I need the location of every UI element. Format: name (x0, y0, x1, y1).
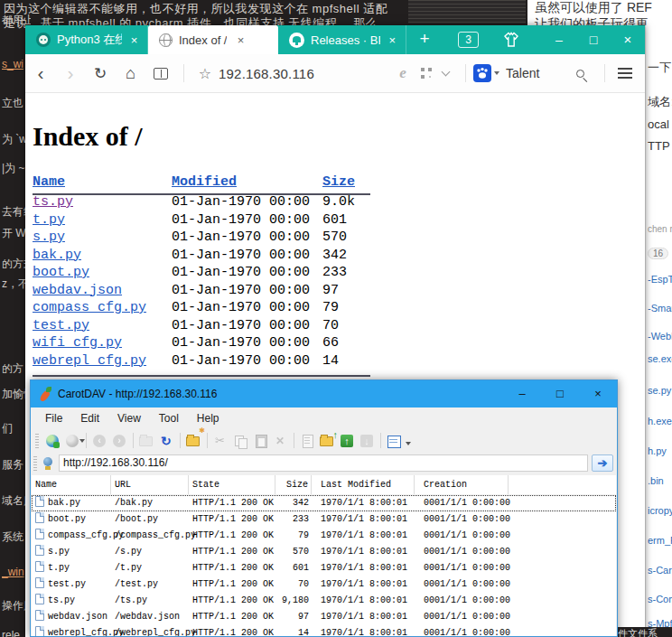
back-button[interactable]: ‹ (25, 62, 56, 84)
file-link[interactable]: t.py (33, 212, 65, 228)
download-icon[interactable] (359, 433, 376, 449)
maximize-button[interactable]: □ (541, 380, 579, 407)
cut-icon[interactable] (212, 433, 229, 449)
upload-folder-icon[interactable] (319, 433, 336, 449)
file-row[interactable]: s.py /s.py HTTP/1.1 200 OK 570 1970/1/1 … (32, 544, 616, 560)
column-header-creation[interactable]: Creation (415, 475, 509, 494)
release-asset-link[interactable]: -WebD (648, 331, 672, 342)
forward-icon[interactable] (111, 433, 128, 449)
delete-icon[interactable] (272, 433, 289, 449)
back-icon[interactable] (91, 433, 108, 449)
menu-help[interactable]: Help (188, 409, 229, 427)
file-link[interactable]: ts.py (33, 194, 73, 210)
file-link[interactable]: compass_cfg.py (33, 300, 146, 315)
view-options-dropdown-icon[interactable] (406, 442, 411, 445)
sort-by-name-link[interactable]: Name (33, 174, 65, 190)
tab-python3-online[interactable]: Python3 在线工 × (25, 25, 148, 54)
column-header-url[interactable]: URL (111, 475, 189, 494)
upload-icon[interactable] (339, 433, 356, 449)
close-button[interactable]: × (611, 25, 645, 54)
column-header-last-modified[interactable]: Last Modified (312, 475, 415, 494)
file-link[interactable]: boot.py (33, 265, 89, 280)
address-input[interactable]: http://192.168.30.116/ (59, 454, 588, 472)
ie-compat-icon[interactable]: e (392, 64, 414, 82)
file-row[interactable]: ts.py /ts.py HTTP/1.1 200 OK 9,180 1970/… (32, 593, 616, 609)
file-link[interactable]: webdav.json (33, 283, 122, 298)
connect-icon[interactable] (44, 433, 61, 449)
tab-count-badge[interactable]: 3 (458, 32, 479, 48)
search-icon[interactable] (576, 70, 584, 78)
column-header-name[interactable]: Name (32, 475, 111, 494)
menu-hamburger-icon[interactable] (618, 72, 632, 74)
page-text-fragment: 一下 (648, 60, 671, 76)
release-asset-link[interactable]: h.exe (648, 416, 672, 426)
file-link[interactable]: webrepl_cfg.py (33, 353, 146, 369)
release-asset-link[interactable]: -EspTo (648, 274, 672, 285)
file-row[interactable]: bak.py /bak.py HTTP/1.1 200 OK 342 1970/… (32, 495, 616, 511)
file-row[interactable]: compass_cfg.py /compass_cfg.py HTTP/1.1 … (32, 528, 616, 544)
up-folder-icon[interactable] (138, 433, 155, 449)
file-row[interactable]: webrepl_cfg.py /webrepl_cfg.py HTTP/1.1 … (32, 625, 616, 636)
tab-close-icon[interactable]: × (233, 33, 247, 47)
file-creation: 0001/1/1 0:00:00 (415, 511, 509, 528)
release-asset-link[interactable]: s-Com (648, 594, 672, 604)
release-asset-link[interactable]: erm_Pe (648, 535, 672, 546)
release-asset-link[interactable]: se.exe (648, 353, 672, 364)
maximize-button[interactable]: □ (576, 25, 611, 54)
forward-button[interactable]: › (56, 62, 85, 84)
release-asset-link[interactable]: icropy (648, 505, 672, 516)
page-text-fragment: TTP (648, 139, 670, 153)
sort-by-size-link[interactable]: Size (322, 174, 355, 190)
column-header-size[interactable]: Size (275, 475, 312, 494)
release-asset-link[interactable]: h.py (648, 445, 667, 456)
tab-releases-bpi[interactable]: Releases · BPI- × (278, 25, 406, 54)
reload-button[interactable]: ↻ (85, 64, 116, 83)
search-engine-dropdown-icon[interactable] (494, 71, 499, 75)
menu-view[interactable]: View (108, 409, 150, 427)
properties-icon[interactable] (299, 433, 316, 449)
release-asset-link[interactable]: se.py (648, 385, 671, 396)
tab-index-of[interactable]: Index of / × (148, 25, 278, 54)
file-row[interactable]: t.py /t.py HTTP/1.1 200 OK 601 1970/1/1 … (32, 560, 616, 576)
copy-icon[interactable] (232, 433, 249, 449)
minimize-button[interactable]: – (542, 25, 576, 54)
connections-dropdown-icon[interactable] (64, 433, 81, 449)
file-row[interactable]: boot.py /boot.py HTTP/1.1 200 OK 233 197… (32, 511, 616, 528)
release-asset-link[interactable]: -Smart (648, 303, 672, 314)
file-link[interactable]: test.py (33, 318, 89, 333)
column-header-state[interactable]: State (189, 475, 275, 494)
qr-code-icon[interactable] (421, 68, 432, 79)
theme-shirt-icon[interactable] (502, 32, 520, 48)
new-folder-icon[interactable] (185, 433, 202, 449)
menu-file[interactable]: File (36, 409, 71, 427)
carotdav-title-bar[interactable]: CarotDAV - http://192.168.30.116 – □ × (31, 380, 617, 407)
chevron-down-icon[interactable] (442, 68, 451, 77)
menu-edit[interactable]: Edit (71, 409, 108, 427)
paste-icon[interactable] (252, 433, 269, 449)
release-asset-link[interactable]: .bin (648, 475, 664, 486)
file-link[interactable]: wifi_cfg.py (33, 335, 122, 351)
search-engine-paw-icon[interactable] (473, 64, 491, 82)
menu-tool[interactable]: Tool (150, 409, 188, 427)
reading-mode-icon[interactable] (154, 68, 168, 80)
minimize-button[interactable]: – (503, 380, 541, 407)
view-options-icon[interactable] (386, 433, 403, 449)
home-button[interactable]: ⌂ (116, 64, 145, 83)
release-asset-link[interactable]: s-Caro (648, 565, 672, 576)
sort-by-modified-link[interactable]: Modified (172, 174, 237, 190)
tab-close-icon[interactable]: × (128, 33, 140, 47)
directory-row: boot.py 01-Jan-1970 00:00 233 (33, 264, 377, 282)
release-asset-link[interactable]: s-Mpfs (648, 618, 672, 627)
refresh-icon[interactable] (158, 433, 175, 449)
file-link[interactable]: bak.py (33, 248, 81, 263)
new-tab-button[interactable]: + (406, 25, 443, 54)
search-input[interactable]: Talent (506, 66, 576, 80)
address-url[interactable]: 192.168.30.116 (219, 66, 314, 81)
file-row[interactable]: webdav.json /webdav.json HTTP/1.1 200 OK… (32, 609, 616, 625)
close-button[interactable]: × (579, 380, 617, 407)
file-row[interactable]: test.py /test.py HTTP/1.1 200 OK 70 1970… (32, 576, 616, 593)
file-link[interactable]: s.py (33, 230, 65, 245)
go-button[interactable]: ➔ (592, 454, 613, 472)
tab-close-icon[interactable]: × (387, 33, 398, 47)
bookmark-star-icon[interactable]: ☆ (191, 65, 219, 82)
